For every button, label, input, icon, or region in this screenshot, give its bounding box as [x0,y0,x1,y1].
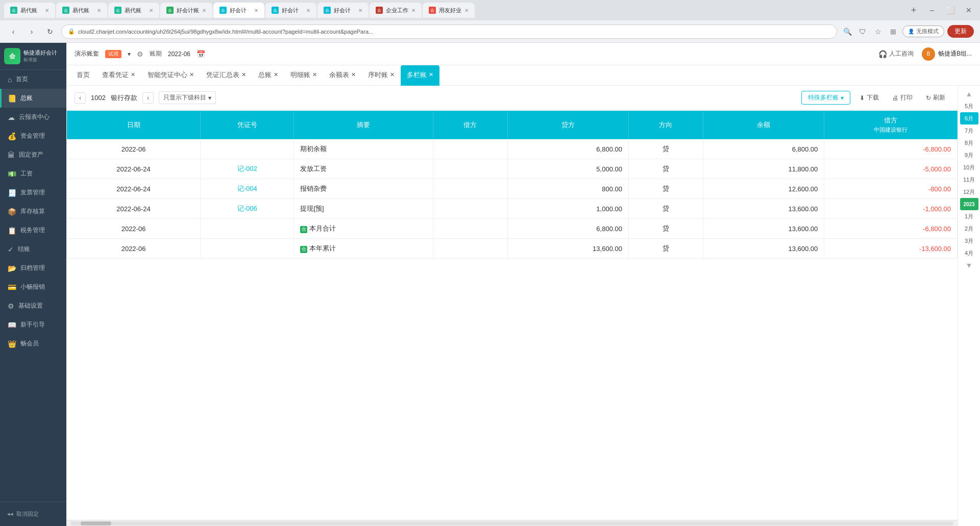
cell-voucher[interactable]: 记-004 [201,179,294,199]
calendar-icon[interactable]: 📅 [197,50,205,58]
refresh-button[interactable]: ↻ 刷新 [922,91,949,104]
page-tab-4[interactable]: 总账✕ [252,65,284,86]
table-row: 2022-06-24 记-006 提现[预] 1,000.00 贷 13,600… [67,199,958,219]
back-button[interactable]: ‹ [6,24,20,39]
sidebar-item-archive[interactable]: 📂归档管理 [0,259,66,278]
sidebar-item-reports[interactable]: ☁云报表中心 [0,108,66,127]
month-item-8月[interactable]: 8月 [960,137,978,149]
extra-sub: 中国建设银行 [830,126,951,134]
browser-tab-1[interactable]: 会易代账✕ [4,3,55,18]
browser-tab-8[interactable]: 会企业工作✕ [370,3,422,18]
scroll-thumb[interactable] [81,521,111,525]
no-trace-button[interactable]: 👤 无痕模式 [902,26,944,37]
month-item-2023-1月[interactable]: 1月 [960,210,978,222]
page-tab-2[interactable]: 智能凭证中心✕ [141,65,200,86]
page-tab-close-3[interactable]: ✕ [241,71,246,78]
shield-icon[interactable]: 🛡 [856,26,869,38]
page-tab-6[interactable]: 余额表✕ [323,65,362,86]
scroll-up-button[interactable]: ▲ [961,88,977,100]
prev-account-button[interactable]: ‹ [75,92,86,104]
month-item-7月[interactable]: 7月 [960,124,978,137]
browser-tab-5[interactable]: 会好会计✕ [213,3,264,18]
nav-icon-invoice: 🧾 [8,189,16,197]
browser-tab-2[interactable]: 会易代账✕ [56,3,107,18]
sidebar-item-member[interactable]: 👑畅会员 [0,334,66,353]
maximize-btn[interactable]: ⬜ [943,3,958,17]
table-row: 2022-06 合本月合计 6,800.00 贷 13,600.00 -6,80… [67,219,958,239]
sidebar-item-home[interactable]: ⌂首页 [0,70,66,89]
page-tab-close-7[interactable]: ✕ [390,71,395,78]
cell-voucher[interactable]: 记-002 [201,159,294,179]
page-tab-close-1[interactable]: ✕ [131,71,135,78]
month-item-2023-2月[interactable]: 2月 [960,222,978,235]
download-button[interactable]: ⬇ 下载 [855,91,883,104]
reload-button[interactable]: ↻ [43,24,57,39]
scroll-down-button[interactable]: ▼ [961,259,977,271]
status-badge[interactable]: 试用 [105,50,121,58]
special-account-button[interactable]: 特殊多栏账 ▾ [801,91,850,105]
new-tab-button[interactable]: + [908,4,920,16]
search-icon[interactable]: 🔍 [841,26,853,38]
sidebar-item-assets[interactable]: 🏛固定资产 [0,145,66,164]
help-button[interactable]: 🎧 人工咨询 [878,49,914,58]
month-item-5月[interactable]: 5月 [960,100,978,112]
sidebar-item-tax[interactable]: 📋税务管理 [0,221,66,240]
sidebar-item-guide[interactable]: 📖新手引导 [0,315,66,334]
url-bar[interactable]: 🔒 cloud2.chanjet.com/accounting/uh26t264… [61,24,837,39]
nav-icon-funds: 💰 [8,132,16,140]
month-item-12月[interactable]: 12月 [960,186,978,198]
page-tab-close-4[interactable]: ✕ [274,71,278,78]
month-item-10月[interactable]: 10月 [960,161,978,173]
filter-label: 只显示下级科目 [163,93,206,102]
nav-icon-settings: ⚙ [8,302,14,310]
page-tab-8[interactable]: 多栏账✕ [401,65,439,86]
year-badge-2023[interactable]: 2023 [960,198,978,210]
update-button[interactable]: 更新 [947,25,974,38]
month-item-9月[interactable]: 9月 [960,149,978,161]
month-item-2023-3月[interactable]: 3月 [960,235,978,247]
close-btn[interactable]: ✕ [962,3,976,17]
star-icon[interactable]: ☆ [872,26,884,38]
page-tab-3[interactable]: 凭证汇总表✕ [200,65,252,86]
status-dropdown[interactable]: ▾ [128,51,131,58]
next-account-button[interactable]: › [142,92,154,104]
nav-label-home: 首页 [16,75,28,84]
month-item-11月[interactable]: 11月 [960,173,978,186]
month-item-2023-4月[interactable]: 4月 [960,247,978,259]
user-info[interactable]: B 畅捷通B组... [922,47,972,61]
table-row: 2022-06 合本年累计 13,600.00 贷 13,600.00 -13,… [67,239,958,259]
browser-tab-7[interactable]: 会好会计✕ [317,3,369,18]
browser-tab-3[interactable]: 会易代账✕ [108,3,159,18]
sidebar-item-invoice[interactable]: 🧾发票管理 [0,183,66,202]
sidebar-toggle-icon[interactable]: ⊞ [887,26,899,38]
month-item-6月[interactable]: 6月 [960,112,978,124]
minimize-btn[interactable]: － [925,3,939,17]
page-tab-close-5[interactable]: ✕ [312,71,317,78]
sidebar-item-close[interactable]: ✓结账 [0,240,66,259]
print-button[interactable]: 🖨 打印 [888,91,917,104]
sidebar-item-funds[interactable]: 💰资金管理 [0,127,66,145]
unpin-button[interactable]: ◂◂ 取消固定 [5,507,61,521]
browser-tab-9[interactable]: 会用友好业✕ [423,3,475,18]
page-tab-7[interactable]: 序时账✕ [362,65,401,86]
sidebar-item-inventory[interactable]: 📦库存核算 [0,202,66,221]
cell-voucher[interactable]: 记-006 [201,199,294,219]
page-tab-5[interactable]: 明细账✕ [284,65,323,86]
page-tab-close-8[interactable]: ✕ [429,71,433,78]
page-tab-close-2[interactable]: ✕ [189,71,194,78]
browser-tab-6[interactable]: 会好会计✕ [265,3,316,18]
forward-button[interactable]: › [24,24,39,39]
bottom-scrollbar[interactable] [66,520,958,526]
sidebar-item-ledger[interactable]: 📒总账 [0,89,66,108]
sidebar-item-expense[interactable]: 💳小畅报销 [0,278,66,296]
refresh-label: 刷新 [933,93,945,102]
page-tab-0[interactable]: 首页 [70,65,96,86]
page-tab-close-6[interactable]: ✕ [351,71,356,78]
sidebar-item-salary[interactable]: 💵工资 [0,164,66,183]
filter-dropdown[interactable]: 只显示下级科目 ▾ [159,91,216,104]
sidebar-item-settings[interactable]: ⚙基础设置 [0,296,66,315]
browser-tab-4[interactable]: 会好会计账✕ [160,3,212,18]
period-text: 账期 [150,49,162,58]
page-tab-1[interactable]: 查看凭证✕ [96,65,141,86]
settings-icon[interactable]: ⚙ [137,50,143,58]
